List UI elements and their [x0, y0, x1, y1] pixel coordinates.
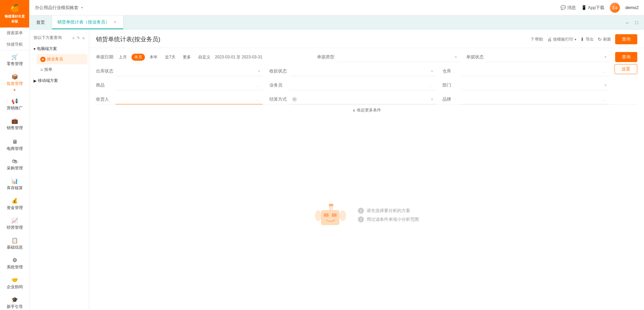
collapse-panel-button[interactable]: « [82, 35, 85, 41]
tip-number-2: 2 [358, 216, 364, 222]
query-button-area: 查询 设置 [614, 52, 637, 104]
message-label: 消息 [567, 5, 576, 11]
minimize-button[interactable]: – [623, 18, 631, 27]
print-icon: 🖨 [547, 37, 552, 42]
date-btn-this-month[interactable]: 本月 [131, 54, 145, 61]
export-icon: ⬇ [580, 37, 584, 42]
desktop-scheme-children: ● 按业务员 ≡ 按单 [30, 54, 89, 74]
filter-item-receipt-status: 收款状态 ▾ [269, 66, 436, 76]
username-label[interactable]: demo2 [625, 5, 639, 10]
sidebar-item-wholesale[interactable]: 📦 批发管理 ▲ [0, 70, 29, 95]
add-scheme-button[interactable]: + [72, 35, 75, 41]
brand-input[interactable]: … [462, 94, 609, 104]
quick-nav[interactable]: 快捷导航 [0, 39, 29, 50]
date-btn-last-month[interactable]: 上月 [116, 54, 129, 61]
tip-2-text: 用过滤条件来缩小分析范围 [367, 216, 419, 222]
ecommerce-label: 电商管理 [7, 146, 23, 152]
tab-actions: – □ [620, 18, 644, 27]
sidebar-item-sales[interactable]: 💼 销售管理 [0, 114, 29, 134]
download-icon: 📱 [581, 5, 587, 10]
date-btn-7days[interactable]: 近7天 [162, 54, 178, 61]
svg-rect-0 [321, 210, 339, 225]
export-button[interactable]: ⬇ 导出 [580, 37, 594, 42]
date-btn-this-year[interactable]: 本年 [147, 54, 160, 61]
settlement-clear[interactable]: × [292, 97, 297, 102]
app-logo-text: 畅捷通好生意 标版 [5, 14, 25, 23]
retail-label: 零售管理 [7, 61, 23, 67]
content-area: 按以下方案查询 + ✎ « ▾ 电脑端方案 ● 按业务员 [30, 30, 644, 310]
department-input[interactable]: ▾ [462, 80, 609, 90]
collapse-filter-button[interactable]: ∧ 收起更多条件 [353, 107, 381, 113]
query-submit-button[interactable]: 查询 [615, 52, 637, 62]
newbie-icon: 🎓 [11, 297, 18, 303]
date-btn-custom[interactable]: 自定义 [196, 54, 213, 61]
date-btn-more[interactable]: 更多 [180, 54, 194, 61]
operations-icon: 📈 [11, 217, 18, 224]
brand-label: 品牌 [442, 96, 459, 102]
sidebar-item-system[interactable]: ⚙ 系统管理 [0, 254, 29, 273]
template-print-button[interactable]: 🖨 按模板打印 ▾ [547, 37, 576, 42]
sidebar-item-inventory[interactable]: 📊 库存核算 [0, 174, 29, 194]
filter-area: 单据日期 上月 本月 本年 近7天 更多 自定义 2023-03-01 至 20… [89, 48, 644, 120]
tab-active-label: 销货单统计表（按业务员） [57, 19, 110, 25]
user-avatar[interactable]: Ea [610, 3, 620, 13]
tab-home[interactable]: 首页 [30, 15, 52, 29]
search-menu[interactable]: 搜索菜单 [0, 28, 29, 39]
filter-item-goods: 商品 … [96, 80, 263, 90]
sidebar-item-retail[interactable]: 🛒 零售管理 [0, 50, 29, 70]
receiver-input[interactable]: … [115, 94, 263, 104]
svg-point-8 [331, 204, 333, 206]
edit-scheme-button[interactable]: ✎ [77, 36, 80, 40]
wholesale-icon: 📦 [11, 73, 18, 80]
doc-type-label: 单据类型 [317, 54, 334, 60]
goods-input[interactable]: … [115, 80, 263, 90]
department-label: 部门 [442, 82, 459, 88]
sidebar-item-finance[interactable]: 💰 资金管理 [0, 194, 29, 214]
quick-nav-label: 快捷导航 [2, 42, 27, 47]
doc-type-input[interactable]: ▾ [337, 52, 460, 62]
salesperson-input[interactable]: … [289, 80, 436, 90]
sidebar-item-basic[interactable]: 📋 基础信息 [0, 234, 29, 254]
refresh-button[interactable]: ↻ 刷新 [598, 37, 611, 42]
sidebar-item-purchase[interactable]: 🛍 采购管理 [0, 155, 29, 174]
mobile-arrow-icon: ▶ [34, 79, 37, 83]
sidebar-item-operations[interactable]: 📈 经营管理 [0, 214, 29, 234]
settlement-input[interactable]: × ▾ [289, 94, 436, 104]
tip-1-text: 请先选择要分析的方案 [367, 208, 410, 214]
tab-sales-stats[interactable]: 销货单统计表（按业务员） × [52, 15, 123, 29]
settlement-label: 结算方式 [269, 96, 287, 102]
account-dropdown-icon[interactable]: ▾ [81, 6, 83, 9]
date-range-display: 2023-03-01 至 2023-03-31 [215, 54, 262, 60]
query-button[interactable]: 查询 [615, 34, 637, 44]
out-status-input[interactable]: ▾ [116, 66, 263, 76]
current-account-label: 办公用品行业模拟账套 [35, 5, 78, 11]
empty-illustration [314, 198, 348, 232]
receiver-more: … [256, 97, 260, 102]
setting-button[interactable]: 设置 [614, 64, 637, 74]
maximize-button[interactable]: □ [633, 18, 641, 27]
collapse-bar: ∧ 收起更多条件 [96, 104, 637, 116]
panel-header: 按以下方案查询 + ✎ « [30, 33, 89, 43]
sidebar-item-marketing[interactable]: 📢 营销推广 [0, 95, 29, 114]
app-logo[interactable]: 🍊 畅捷通好生意 标版 [0, 0, 30, 28]
message-button[interactable]: 💬 消息 [560, 5, 576, 11]
sidebar-item-newbie[interactable]: 🎓 新手引导 [0, 293, 29, 310]
warehouse-input[interactable]: … [462, 66, 609, 76]
tab-close-button[interactable]: × [112, 19, 118, 25]
receipt-status-input[interactable]: ▾ [289, 66, 436, 76]
sidebar-item-ecommerce[interactable]: 🖥 电商管理 [0, 136, 29, 155]
filter-item-department: 部门 ▾ [442, 80, 609, 90]
app-download-button[interactable]: 📱 App下载 [581, 5, 604, 11]
desktop-scheme-title[interactable]: ▾ 电脑端方案 [30, 44, 89, 54]
mobile-scheme-title[interactable]: ▶ 移动端方案 [30, 76, 89, 86]
help-button[interactable]: ? 帮助 [531, 37, 543, 42]
scheme-item-by-salesperson[interactable]: ● 按业务员 [36, 54, 88, 64]
doc-status-input[interactable]: ▾ [486, 52, 609, 62]
brand-more: … [602, 97, 606, 102]
date-filter-controls: 上月 本月 本年 近7天 更多 自定义 2023-03-01 至 2023-03… [116, 54, 262, 61]
desktop-scheme-label: 电脑端方案 [37, 46, 57, 52]
sidebar-item-enterprise[interactable]: 🤝 企业协同 [0, 273, 29, 293]
filter-row-2: 出库状态 ▾ 收款状态 ▾ [96, 66, 609, 76]
scheme-item-by-order[interactable]: ≡ 按单 [36, 65, 88, 74]
refresh-label: 刷新 [603, 37, 611, 42]
